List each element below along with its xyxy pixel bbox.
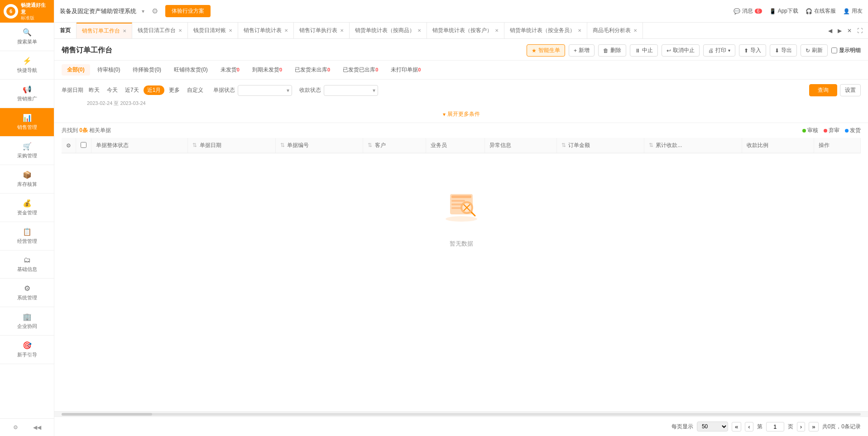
tab-close-all[interactable]: ✕	[845, 28, 854, 34]
prev-page-button[interactable]: ‹	[745, 422, 753, 431]
user-button[interactable]: 👤 用友	[843, 7, 863, 15]
tab-close-sales-sum-staff[interactable]: ✕	[578, 28, 581, 33]
sub-tab-shipped-out[interactable]: 已发货已出库0	[337, 64, 384, 76]
tab-close-sales-sum-product[interactable]: ✕	[417, 28, 421, 33]
page-input[interactable]	[766, 422, 784, 431]
tab-sales-exec[interactable]: 销售订单执行表 ✕	[294, 23, 350, 38]
expand-down-icon: ▾	[443, 111, 446, 118]
tab-sales-sum-customer[interactable]: 销货单统计表（按客户） ✕	[427, 23, 504, 38]
review-dot	[802, 129, 806, 133]
sidebar-item-quicknav[interactable]: ⚡ 快捷导航	[0, 51, 54, 80]
sidebar-item-system[interactable]: ⚙ 系统管理	[0, 279, 54, 307]
message-button[interactable]: 💬 消息 6	[734, 7, 762, 15]
ship-action-button[interactable]: 发货	[845, 127, 861, 134]
tab-margin-analysis[interactable]: 商品毛利分析表 ✕	[587, 23, 643, 38]
expand-button[interactable]: ▾ 展开更多条件	[443, 110, 480, 118]
tab-sales-workbench[interactable]: 销售订单工作台 ✕	[77, 23, 132, 38]
sidebar-collapse-icon[interactable]: ◀◀	[33, 424, 41, 431]
date-btn-custom[interactable]: 自定义	[184, 85, 206, 95]
tab-close-cash-reconcile[interactable]: ✕	[229, 28, 232, 33]
cancel-suspend-button[interactable]: ↩ 取消中止	[662, 44, 700, 57]
tab-close-sales-workbench[interactable]: ✕	[123, 28, 126, 33]
date-btn-yesterday[interactable]: 昨天	[86, 85, 102, 95]
date-btn-more[interactable]: 更多	[166, 85, 182, 95]
date-btn-1month[interactable]: 近1月	[144, 85, 165, 95]
sidebar-item-basic[interactable]: 🗂 基础信息	[0, 251, 54, 279]
last-page-button[interactable]: »	[809, 422, 818, 431]
app-download-button[interactable]: 📱 App下载	[769, 7, 798, 15]
sub-tab-not-printed[interactable]: 未打印单据0	[385, 64, 426, 76]
next-page-button[interactable]: ›	[797, 422, 805, 431]
tab-scroll-left[interactable]: ◀	[826, 28, 834, 34]
tab-cash-daily[interactable]: 钱货日清工作台 ✕	[132, 23, 188, 38]
tab-cash-reconcile[interactable]: 钱货日清对账 ✕	[188, 23, 238, 38]
tab-close-cash-daily[interactable]: ✕	[178, 28, 182, 33]
scrollbar-thumb[interactable]	[62, 413, 152, 416]
sub-tab-wangpu[interactable]: 旺铺待发货(0)	[168, 64, 213, 76]
add-button[interactable]: + 新增	[569, 44, 595, 57]
search-icon: 🔍	[23, 28, 32, 37]
filter-payment-select[interactable]	[324, 85, 378, 96]
topbar: 装备及固定资产辅助管理系统 ▾ ⚙ 体验行业方案 💬 消息 6 📱 App下载 …	[54, 0, 868, 23]
filter-settings-button[interactable]: 设置	[840, 84, 861, 96]
sidebar-item-guide[interactable]: 🎯 新手引导	[0, 336, 54, 364]
review-action-button[interactable]: 审核	[802, 127, 818, 134]
tab-home[interactable]: 首页	[54, 23, 77, 38]
export-button[interactable]: ⬇ 导出	[770, 44, 797, 57]
first-page-button[interactable]: «	[732, 422, 741, 431]
tab-scroll-right[interactable]: ▶	[836, 28, 844, 34]
print-dropdown-icon: ▾	[728, 48, 730, 53]
scrollbar-area	[54, 411, 868, 417]
filter-status-select[interactable]	[238, 85, 292, 96]
print-button[interactable]: 🖨 打印 ▾	[703, 44, 735, 57]
solution-button[interactable]: 体验行业方案	[165, 5, 211, 17]
online-service-button[interactable]: 🎧 在线客服	[806, 7, 836, 15]
delete-button[interactable]: 🗑 删除	[598, 44, 626, 57]
sub-tab-pending-inspect[interactable]: 待择验货(0)	[127, 64, 167, 76]
sidebar-item-operations[interactable]: 📋 经营管理	[0, 222, 54, 251]
sub-tab-not-shipped[interactable]: 未发货0	[215, 64, 245, 76]
sidebar-item-purchase[interactable]: 🛒 采购管理	[0, 137, 54, 165]
sub-tab-all[interactable]: 全部(0)	[62, 64, 90, 76]
topbar-settings-icon[interactable]: ⚙	[152, 7, 158, 15]
sub-tab-overdue[interactable]: 到期未发货0	[247, 64, 288, 76]
select-all-checkbox[interactable]	[81, 142, 86, 148]
suspend-button[interactable]: ⏸ 中止	[630, 44, 658, 57]
date-btn-7days[interactable]: 近7天	[122, 85, 142, 95]
sidebar-item-search[interactable]: 🔍 搜索菜单	[0, 23, 54, 51]
tab-close-sales-stats[interactable]: ✕	[284, 28, 288, 33]
query-button[interactable]: 查询	[809, 84, 837, 96]
smart-create-button[interactable]: ★ 智能生单	[527, 44, 565, 57]
tab-sales-sum-product[interactable]: 销货单统计表（按商品） ✕	[350, 23, 427, 38]
filter-action-btns: 查询 设置	[809, 84, 861, 96]
import-button[interactable]: ⬆ 导入	[739, 44, 766, 57]
logo-text: 畅捷通好生意 标准版	[21, 2, 50, 21]
sidebar-item-inventory[interactable]: 📦 库存核算	[0, 165, 54, 194]
date-btn-today[interactable]: 今天	[104, 85, 120, 95]
sidebar-settings-icon[interactable]: ⚙	[13, 424, 18, 431]
tab-fullscreen[interactable]: ⛶	[855, 28, 864, 34]
show-detail-label[interactable]: 显示明细	[831, 47, 861, 54]
col-settings[interactable]: ⚙	[62, 138, 76, 153]
sidebar-item-sales[interactable]: 📊 销售管理	[0, 108, 54, 137]
tab-close-sales-sum-customer[interactable]: ✕	[495, 28, 499, 33]
print-icon: 🖨	[708, 47, 714, 54]
topbar-dropdown-icon[interactable]: ▾	[142, 8, 144, 14]
sub-tab-pending-review[interactable]: 待审核(0)	[92, 64, 126, 76]
refresh-button[interactable]: ↻ 刷新	[801, 44, 828, 57]
sub-tab-shipped-not-out[interactable]: 已发货未出库0	[289, 64, 336, 76]
cancel-review-action-button[interactable]: 弃审	[824, 127, 839, 134]
tab-sales-stats[interactable]: 销售订单统计表 ✕	[238, 23, 294, 38]
tab-close-sales-exec[interactable]: ✕	[340, 28, 344, 33]
star-icon: ★	[532, 47, 537, 54]
enterprise-icon: 🏢	[23, 313, 32, 321]
tab-close-margin-analysis[interactable]: ✕	[633, 28, 637, 33]
sidebar-item-finance[interactable]: 💰 资金管理	[0, 194, 54, 222]
tab-sales-sum-staff[interactable]: 销货单统计表（按业务员） ✕	[504, 23, 587, 38]
page-size-select[interactable]: 50 20 100	[697, 422, 728, 431]
sidebar-item-marketing[interactable]: 📢 营销推广	[0, 80, 54, 108]
show-detail-checkbox[interactable]	[831, 47, 837, 53]
sidebar-item-enterprise[interactable]: 🏢 企业协同	[0, 307, 54, 336]
refresh-icon: ↻	[806, 47, 810, 54]
col-amount: ⇅ 订单金额	[556, 138, 644, 153]
